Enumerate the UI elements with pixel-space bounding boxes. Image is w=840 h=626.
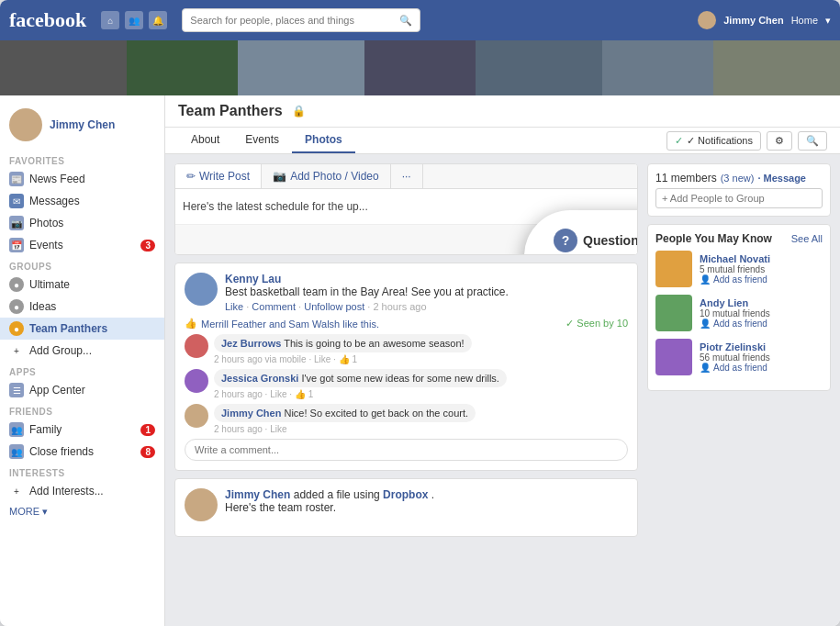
post-avatar-kenny — [185, 273, 218, 306]
group-title-bar: Team Panthers 🔒 — [165, 95, 840, 127]
comment-text-jez: This is going to be an awesome season! — [284, 338, 464, 349]
likers-text: Merrill Feather and Sam Walsh like this. — [201, 319, 379, 330]
add-people-input[interactable] — [655, 188, 823, 208]
post-like-row: 👍 Merrill Feather and Sam Walsh like thi… — [185, 318, 628, 330]
nav-avatar — [698, 11, 716, 29]
sidebar-item-add-interests[interactable]: + Add Interests... — [0, 480, 164, 502]
know-add-michael[interactable]: 👤 Add as friend — [700, 274, 770, 285]
sidebar-item-events[interactable]: 📅 Events 3 — [0, 234, 164, 256]
know-avatar-andy — [655, 295, 692, 331]
know-avatar-michael — [655, 251, 692, 287]
search-bar[interactable]: 🔍 — [182, 8, 420, 32]
comment-user-jessica[interactable]: Jessica Gronski — [221, 373, 298, 384]
notifications-nav-icon[interactable]: 🔔 — [149, 11, 167, 29]
know-title: People You May Know — [655, 232, 772, 245]
sidebar-item-news-feed[interactable]: 📰 News Feed — [0, 168, 164, 190]
sidebar-item-close-friends[interactable]: 👥 Close friends 8 — [0, 441, 164, 463]
know-person-michael: Michael Novati 5 mutual friends 👤 Add as… — [655, 251, 823, 287]
know-header: People You May Know See All — [655, 232, 823, 245]
members-new: (3 new) — [721, 173, 755, 184]
post-box-tab-write[interactable]: ✏ Write Post — [175, 164, 262, 188]
members-info-row: 11 members (3 new) · Message — [655, 172, 823, 184]
comment-meta-jez: 2 hours ago via mobile · Like · 👍 1 — [214, 354, 472, 364]
dropbox-post-user[interactable]: Jimmy Chen — [225, 488, 290, 501]
sidebar-item-ideas[interactable]: ● Ideas — [0, 296, 164, 318]
know-name-michael[interactable]: Michael Novati — [700, 253, 770, 264]
home-icon[interactable]: ⌂ — [101, 11, 119, 29]
comment-time-jessica: 2 hours ago — [214, 389, 263, 399]
sidebar-label-events: Events — [29, 239, 63, 252]
sidebar-more[interactable]: MORE ▾ — [0, 502, 164, 521]
comment-input[interactable] — [185, 439, 628, 461]
search-input[interactable] — [190, 15, 396, 26]
comment-avatar-jimmy — [185, 404, 208, 428]
know-name-piotr[interactable]: Piotr Zielinski — [700, 341, 770, 352]
friends-icon[interactable]: 👥 — [125, 11, 143, 29]
sidebar-label-ideas: Ideas — [29, 300, 56, 313]
post-username-kenny[interactable]: Kenny Lau — [225, 273, 509, 285]
main-col: ✏ Write Post 📷 Add Photo / Video ··· — [174, 163, 638, 617]
content-area: Team Panthers 🔒 About Events Photos ✓ ✓ … — [165, 95, 840, 626]
group-header: Team Panthers 🔒 About Events Photos ✓ ✓ … — [165, 95, 840, 154]
ideas-icon: ● — [9, 299, 24, 314]
unfollow-link-kenny[interactable]: Unfollow post — [304, 301, 364, 312]
tab-events[interactable]: Events — [232, 128, 292, 153]
know-add-andy[interactable]: 👤 Add as friend — [700, 319, 770, 329]
comment-bubble-jessica: Jessica Gronski I've got some new ideas … — [214, 369, 507, 387]
close-friends-icon: 👥 — [9, 444, 24, 459]
members-message[interactable]: · Message — [757, 173, 806, 184]
dropbox-link[interactable]: Dropbox — [383, 488, 428, 501]
sidebar-item-messages[interactable]: ✉ Messages — [0, 190, 164, 212]
sidebar-item-team-panthers[interactable]: ● Team Panthers — [0, 318, 164, 340]
comment-user-jimmy[interactable]: Jimmy Chen — [221, 408, 281, 419]
know-see-all[interactable]: See All — [791, 233, 823, 244]
group-settings-button[interactable]: ⚙ — [767, 131, 792, 151]
add-friend-icon-piotr: 👤 — [700, 363, 711, 373]
sidebar-label-messages: Messages — [29, 195, 80, 207]
ultimate-icon: ● — [9, 277, 24, 292]
post-header-kenny: Kenny Lau Best basketball team in the Ba… — [185, 273, 628, 312]
add-group-icon: + — [9, 343, 24, 358]
tab-about[interactable]: About — [178, 128, 232, 153]
post-meta-kenny: Like · Comment · Unfollow post · 2 hours… — [225, 301, 509, 312]
nav-username: Jimmy Chen — [723, 15, 783, 26]
comment-link-kenny[interactable]: Comment — [252, 301, 296, 312]
nav-home[interactable]: Home — [791, 15, 818, 26]
cover-segment-6 — [602, 40, 713, 95]
like-thumb-icon: 👍 — [185, 318, 197, 330]
sidebar-section-apps: APPS — [0, 362, 164, 379]
comment-user-jez[interactable]: Jez Burrows — [221, 338, 281, 349]
sidebar-item-ultimate[interactable]: ● Ultimate — [0, 274, 164, 296]
group-lock-icon: 🔒 — [292, 105, 306, 117]
comment-like-jez[interactable]: Like — [314, 354, 330, 364]
sidebar-item-app-center[interactable]: ☰ App Center — [0, 379, 164, 401]
sidebar-username[interactable]: Jimmy Chen — [50, 118, 115, 131]
sidebar-item-photos[interactable]: 📷 Photos — [0, 212, 164, 234]
close-friends-badge: 8 — [140, 446, 155, 458]
like-link-kenny[interactable]: Like — [225, 301, 243, 312]
comment-like-jessica[interactable]: Like — [270, 389, 286, 399]
comment-time-jimmy: 2 hours ago — [214, 424, 263, 434]
comment-jimmy: Jimmy Chen Nice! So excited to get back … — [185, 404, 628, 434]
post-box-tab-more[interactable]: ··· — [391, 164, 423, 188]
tab-photos[interactable]: Photos — [292, 128, 355, 153]
question-option[interactable]: ? Question — [554, 229, 638, 252]
post-box-tab-photo[interactable]: 📷 Add Photo / Video — [262, 164, 391, 188]
sidebar-item-add-group[interactable]: + Add Group... — [0, 340, 164, 362]
notifications-button[interactable]: ✓ ✓ Notifications — [666, 131, 761, 151]
photo-icon: 📷 — [273, 170, 286, 183]
group-name: Team Panthers — [178, 103, 283, 119]
post-text-kenny: Best basketball team in the Bay Area! Se… — [225, 285, 509, 298]
sidebar-item-family[interactable]: 👥 Family 1 — [0, 419, 164, 441]
comment-content-jez: Jez Burrows This is going to be an aweso… — [214, 334, 472, 364]
know-name-andy[interactable]: Andy Lien — [700, 297, 770, 308]
sidebar-label-ultimate: Ultimate — [29, 278, 70, 291]
know-info-michael: Michael Novati 5 mutual friends 👤 Add as… — [700, 253, 770, 285]
group-search-button[interactable]: 🔍 — [798, 131, 827, 151]
comment-avatar-jessica — [185, 369, 208, 393]
write-post-icon: ✏ — [186, 170, 196, 183]
comment-like-jimmy[interactable]: Like — [270, 424, 286, 434]
comment-jez: Jez Burrows This is going to be an aweso… — [185, 334, 628, 364]
know-add-piotr[interactable]: 👤 Add as friend — [700, 363, 770, 373]
cover-segment-3 — [238, 40, 364, 95]
